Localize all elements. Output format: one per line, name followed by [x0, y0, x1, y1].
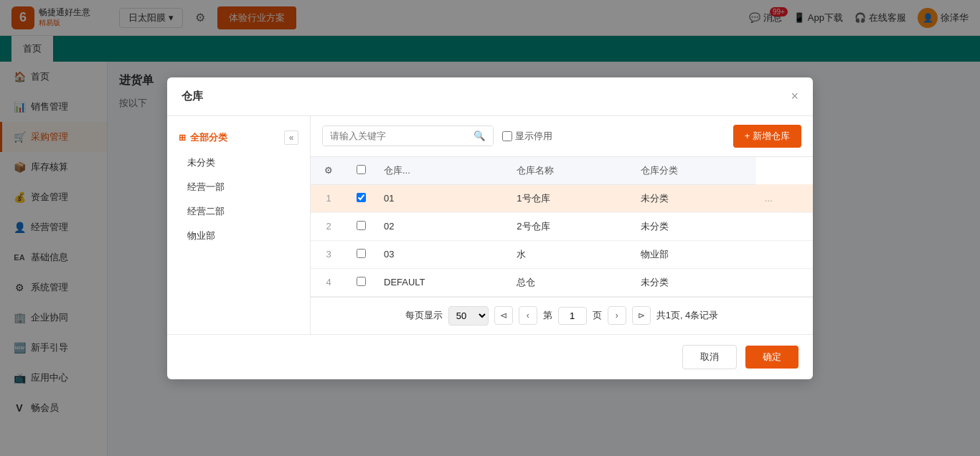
col-header-check	[347, 157, 375, 185]
add-warehouse-button[interactable]: + 新增仓库	[733, 125, 801, 148]
data-table: ⚙ 仓库... 仓库名称	[311, 157, 813, 297]
search-button[interactable]: 🔍	[466, 126, 493, 146]
per-page-label: 每页显示	[405, 309, 443, 322]
row-actions[interactable]: ...	[756, 184, 813, 212]
tree-item-unclassified[interactable]: 未分类	[167, 151, 310, 175]
grid-icon: ⊞	[179, 133, 186, 143]
col-header-name: 仓库名称	[508, 157, 632, 185]
settings-col-icon[interactable]: ⚙	[324, 165, 333, 176]
row-code-4: DEFAULT	[375, 268, 508, 296]
row-checkbox-3[interactable]	[347, 240, 375, 268]
table-row[interactable]: 3 03 水 物业部	[311, 240, 813, 268]
row-num-3: 3	[311, 240, 347, 268]
row-checkbox-1[interactable]	[347, 184, 375, 212]
row-check-input[interactable]	[357, 277, 366, 286]
row-num-2: 2	[311, 212, 347, 240]
total-records-label: 共1页, 4条记录	[656, 309, 719, 322]
confirm-button[interactable]: 确定	[745, 346, 798, 369]
col-header-settings: ⚙	[311, 157, 347, 185]
row-category-2: 未分类	[632, 212, 756, 240]
col-header-code: 仓库...	[375, 157, 508, 185]
row-checkbox-4[interactable]	[347, 268, 375, 296]
row-category-3: 物业部	[632, 240, 756, 268]
modal-body: ⊞ 全部分类 « 未分类 经营一部 经营二部 物业部	[167, 116, 813, 334]
modal-footer: 取消 确定	[167, 334, 813, 379]
per-page-select[interactable]: 50 10 20 100	[448, 306, 489, 326]
tree-root-item[interactable]: ⊞ 全部分类 «	[167, 125, 310, 151]
cancel-button[interactable]: 取消	[682, 345, 737, 369]
prev-page-button[interactable]: ‹	[519, 306, 537, 325]
show-disabled-checkbox[interactable]	[502, 131, 512, 141]
row-check-input[interactable]	[357, 221, 366, 230]
row-name-2: 2号仓库	[508, 212, 632, 240]
modal-close-button[interactable]: ×	[791, 89, 798, 104]
row-category-1: 未分类	[632, 184, 756, 212]
page-number-input[interactable]	[558, 307, 587, 325]
modal-header: 仓库 ×	[167, 77, 813, 116]
select-all-checkbox[interactable]	[357, 165, 366, 174]
modal-overlay: 仓库 × ⊞ 全部分类 « 未分类 经营一部 经营二部	[0, 0, 980, 456]
row-code-1: 01	[375, 184, 508, 212]
row-code-2: 02	[375, 212, 508, 240]
page-label-post: 页	[593, 309, 602, 322]
last-page-button[interactable]: ⊳	[632, 306, 651, 325]
table-panel: 🔍 显示停用 + 新增仓库 ⚙	[311, 116, 813, 334]
row-checkbox-2[interactable]	[347, 212, 375, 240]
row-name-1: 1号仓库	[508, 184, 632, 212]
category-tree-panel: ⊞ 全部分类 « 未分类 经营一部 经营二部 物业部	[167, 116, 311, 334]
row-num-1: 1	[311, 184, 347, 212]
row-check-input[interactable]	[357, 193, 366, 202]
table-toolbar: 🔍 显示停用 + 新增仓库	[311, 116, 813, 157]
page-label-pre: 第	[543, 309, 552, 322]
table-row[interactable]: 4 DEFAULT 总仓 未分类	[311, 268, 813, 296]
warehouse-modal: 仓库 × ⊞ 全部分类 « 未分类 经营一部 经营二部	[167, 77, 813, 379]
row-name-3: 水	[508, 240, 632, 268]
first-page-button[interactable]: ⊲	[494, 306, 513, 325]
next-page-button[interactable]: ›	[608, 306, 626, 325]
row-code-3: 03	[375, 240, 508, 268]
tree-item-dept2[interactable]: 经营二部	[167, 199, 310, 224]
pagination: 每页显示 50 10 20 100 ⊲ ‹ 第 页 › ⊳ 共1页, 4条记录	[311, 297, 813, 334]
tree-item-dept1[interactable]: 经营一部	[167, 175, 310, 199]
row-name-4: 总仓	[508, 268, 632, 296]
tree-item-property[interactable]: 物业部	[167, 224, 310, 248]
collapse-button[interactable]: «	[284, 130, 298, 145]
table-header-row: ⚙ 仓库... 仓库名称	[311, 157, 813, 185]
search-input[interactable]	[323, 126, 466, 146]
search-input-wrap: 🔍	[322, 125, 494, 146]
table-row[interactable]: 2 02 2号仓库 未分类	[311, 212, 813, 240]
tree-root-label: 全部分类	[190, 131, 227, 144]
row-check-input[interactable]	[357, 249, 366, 258]
show-disabled-label: 显示停用	[502, 130, 552, 143]
table-row[interactable]: 1 01 1号仓库 未分类 ...	[311, 184, 813, 212]
row-num-4: 4	[311, 268, 347, 296]
col-header-category: 仓库分类	[632, 157, 756, 185]
modal-title: 仓库	[182, 90, 203, 103]
row-category-4: 未分类	[632, 268, 756, 296]
